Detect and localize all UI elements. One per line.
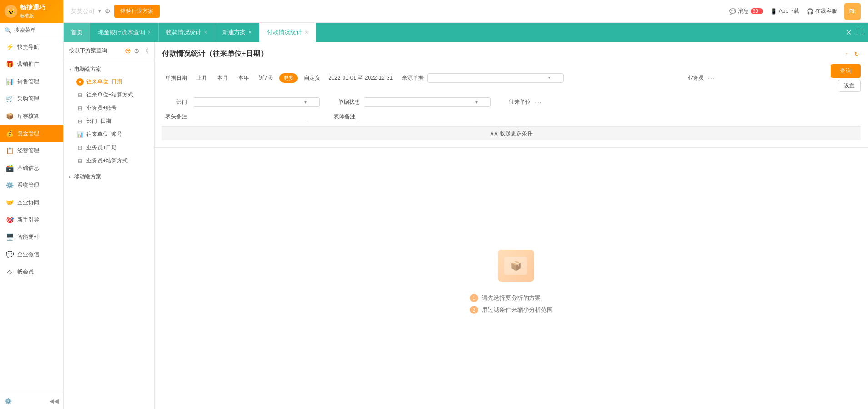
tab-receivable-label: 收款情况统计	[166, 28, 201, 36]
counterparty-group: 往来单位 ···	[505, 98, 543, 106]
sidebar-item-guide[interactable]: 🎯 新手引导	[0, 211, 63, 228]
tab-new-scheme[interactable]: 新建方案 ×	[215, 23, 259, 42]
table-icon-5: ⊞	[76, 157, 84, 165]
scheme-header-actions: ⊕ ⚙ 《	[125, 46, 149, 55]
search-menu[interactable]: 🔍 搜索菜单	[0, 23, 63, 38]
notification-label: 消息	[738, 7, 749, 15]
scheme-group-desktop[interactable]: ▾ 电脑端方案	[64, 64, 154, 75]
tab-bank-close[interactable]: ×	[148, 29, 151, 35]
body-note-input[interactable]	[359, 112, 473, 121]
sidebar-item-sales[interactable]: 📊 销售管理	[0, 73, 63, 90]
sidebar-item-cooperation[interactable]: 🤝 企业协同	[0, 194, 63, 211]
scheme-item-label: 往来单位+账号	[86, 131, 122, 138]
tab-home[interactable]: 首页	[64, 23, 90, 42]
scheme-item-salesman-payment[interactable]: ⊞ 业务员+结算方式	[67, 154, 154, 167]
hardware-icon: 🖥️	[5, 233, 14, 241]
tab-payment[interactable]: 付款情况统计 ×	[259, 23, 316, 42]
scheme-item-counterparty-date[interactable]: ● 往来单位+日期	[67, 75, 154, 88]
date-7days[interactable]: 近7天	[255, 73, 277, 83]
scheme-group-mobile[interactable]: ▸ 移动端方案	[64, 171, 154, 182]
sidebar-item-wechat[interactable]: 💬 企业微信	[0, 246, 63, 263]
sidebar-item-purchase[interactable]: 🛒 采购管理	[0, 90, 63, 107]
filter-row-3: 表头备注 表体备注	[162, 112, 861, 121]
scheme-header: 按以下方案查询 ⊕ ⚙ 《	[64, 42, 154, 60]
sidebar-item-label: 库存核算	[17, 112, 39, 120]
sidebar: 🐱 畅捷通巧 标准版 🔍 搜索菜单 ⚡ 快捷导航 🎁 营销推广 📊 销售管理 🛒…	[0, 0, 64, 409]
header-note-input[interactable]	[193, 112, 306, 121]
sidebar-item-vip[interactable]: ◇ 畅会员	[0, 263, 63, 280]
filter-header: 付款情况统计（往来单位+日期） ↑ ↻	[162, 49, 861, 59]
collapse-conditions-btn[interactable]: ∧∧ 收起更多条件	[162, 126, 861, 140]
date-more[interactable]: 更多	[279, 73, 298, 83]
collapse-scheme-icon[interactable]: 《	[142, 47, 149, 55]
sidebar-item-inventory[interactable]: 📦 库存核算	[0, 107, 63, 125]
filter-rows: 单据日期 上月 本月 本年 近7天 更多 自定义 2022-01-01 至 20…	[162, 64, 861, 121]
query-button[interactable]: 查询	[831, 64, 861, 78]
export-btn[interactable]: ↑	[845, 51, 850, 57]
notification-icon: 💬	[729, 8, 736, 15]
online-service-btn[interactable]: 🎧 在线客服	[807, 7, 837, 15]
table-icon-3: ⊞	[76, 118, 84, 125]
scheme-item-salesman-account[interactable]: ⊞ 业务员+账号	[67, 101, 154, 115]
sidebar-item-label: 企业微信	[17, 251, 39, 258]
scheme-settings-icon[interactable]: ⚙	[134, 47, 140, 55]
dept-label: 部门	[162, 98, 187, 106]
add-scheme-icon[interactable]: ⊕	[125, 46, 131, 55]
close-tab-icon[interactable]: ✕	[846, 28, 852, 37]
sidebar-footer: ⚙️ ◀◀	[0, 393, 63, 409]
finance-icon: 💰	[5, 129, 14, 137]
main-content: 某某公司 ▾ ⚙ 体验行业方案 💬 消息 99+ 📱 App下载 🎧 在线客服 …	[64, 0, 868, 409]
empty-illustration: 📦	[489, 243, 534, 288]
tab-bank[interactable]: 现金银行流水查询 ×	[90, 23, 159, 42]
date-last-month[interactable]: 上月	[193, 73, 211, 83]
settings-button[interactable]: 设置	[838, 80, 861, 92]
dept-select[interactable]: ▾	[193, 97, 320, 107]
source-select[interactable]: ▾	[427, 73, 564, 83]
scheme-item-counterparty-account[interactable]: 📊 往来单位+账号	[67, 128, 154, 141]
sidebar-item-finance[interactable]: 💰 资金管理	[0, 125, 63, 142]
salesman-ellipsis[interactable]: ···	[708, 75, 716, 82]
scheme-item-counterparty-payment[interactable]: ⊞ 往来单位+结算方式	[67, 88, 154, 101]
fullscreen-icon[interactable]: ⛶	[856, 28, 863, 36]
vip-icon: ◇	[5, 268, 14, 276]
notification-btn[interactable]: 💬 消息 99+	[729, 7, 763, 15]
tab-receivable[interactable]: 收款情况统计 ×	[159, 23, 215, 42]
body-note-label: 表体备注	[330, 113, 355, 121]
topbar-gear-icon[interactable]: ⚙	[105, 8, 110, 15]
counterparty-ellipsis[interactable]: ···	[534, 99, 543, 106]
sales-icon: 📊	[5, 77, 14, 86]
doc-status-select[interactable]: ▾	[364, 97, 491, 107]
sidebar-item-label: 系统管理	[17, 182, 39, 189]
export-icon: ↑	[845, 51, 848, 57]
tab-new-scheme-close[interactable]: ×	[249, 29, 252, 35]
purchase-icon: 🛒	[5, 95, 14, 103]
date-custom[interactable]: 自定义	[300, 73, 324, 83]
tab-payment-close[interactable]: ×	[305, 29, 308, 35]
sidebar-item-marketing[interactable]: 🎁 营销推广	[0, 56, 63, 73]
logo-text: 畅捷通巧	[20, 4, 45, 12]
company-dropdown-icon[interactable]: ▾	[98, 8, 101, 15]
sidebar-item-quick-nav[interactable]: ⚡ 快捷导航	[0, 38, 63, 56]
scheme-item-label: 部门+日期	[86, 117, 111, 125]
sidebar-item-basic[interactable]: 🗃️ 基础信息	[0, 159, 63, 177]
search-menu-label: 搜索菜单	[14, 26, 36, 34]
tab-receivable-close[interactable]: ×	[204, 29, 207, 35]
settings-icon[interactable]: ⚙️	[5, 398, 12, 404]
app-download-btn[interactable]: 📱 App下载	[770, 7, 799, 15]
user-avatar[interactable]: Rit	[844, 3, 861, 20]
chart-icon: 📊	[76, 131, 84, 138]
app-download-label: App下载	[779, 7, 799, 15]
cooperation-icon: 🤝	[5, 198, 14, 207]
date-this-year[interactable]: 本年	[234, 73, 253, 83]
sidebar-item-hardware[interactable]: 🖥️ 智能硬件	[0, 228, 63, 246]
trial-industry-btn[interactable]: 体验行业方案	[114, 5, 160, 18]
sidebar-item-system[interactable]: ⚙️ 系统管理	[0, 177, 63, 194]
scheme-item-salesman-date[interactable]: ⊞ 业务员+日期	[67, 141, 154, 154]
collapse-sidebar-icon[interactable]: ◀◀	[50, 398, 59, 404]
scheme-item-dept-date[interactable]: ⊞ 部门+日期	[67, 115, 154, 128]
refresh-btn[interactable]: ↻	[854, 51, 861, 57]
date-this-month[interactable]: 本月	[214, 73, 232, 83]
group-arrow-down-icon: ▾	[69, 67, 71, 72]
table-icon-4: ⊞	[76, 144, 84, 151]
sidebar-item-operation[interactable]: 📋 经营管理	[0, 142, 63, 159]
